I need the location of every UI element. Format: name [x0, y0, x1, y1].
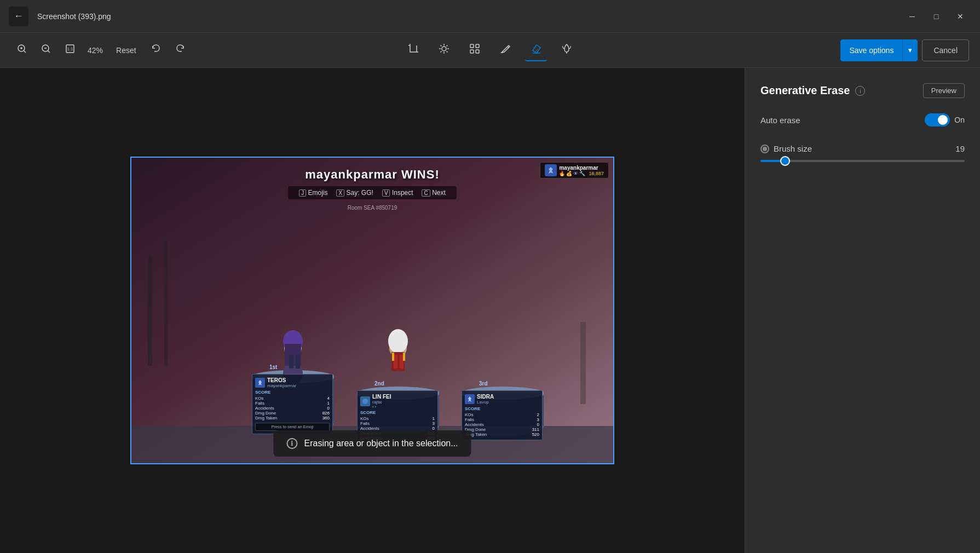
titlebar: ← Screenshot (393).png ─ □ ✕: [0, 0, 980, 33]
svg-rect-56: [403, 353, 405, 361]
brush-label-container: Brush size: [760, 144, 812, 153]
info-icon: ℹ: [286, 438, 297, 449]
canvas-area[interactable]: mayankparmar WINS! mayankparmar 🔥💰👁🔧 16,…: [0, 68, 745, 553]
svg-rect-48: [289, 355, 293, 368]
brightness-tool-button[interactable]: [433, 39, 455, 61]
player-name-bar: mayankparmar 🔥💰👁🔧 16,887: [559, 165, 604, 176]
auto-erase-toggle[interactable]: [925, 113, 950, 126]
player-avatar: [545, 164, 557, 176]
zoom-out-icon: [41, 43, 51, 57]
panel-header: Generative Erase i Preview: [760, 83, 965, 98]
svg-rect-55: [392, 353, 394, 361]
effects-icon: [561, 43, 573, 57]
rank-3rd: 3rd: [479, 381, 488, 387]
svg-rect-18: [470, 44, 474, 48]
zoom-in-icon: [16, 43, 27, 57]
controls-bar: J Emojis X Say: GG! V Inspect C Next: [288, 186, 457, 199]
erase-tool-button[interactable]: [525, 39, 547, 61]
svg-rect-31: [580, 322, 586, 404]
svg-point-9: [442, 47, 446, 51]
panel-title: Generative Erase: [760, 84, 850, 97]
toggle-knob: [938, 115, 948, 125]
svg-point-57: [362, 399, 368, 404]
svg-line-22: [508, 47, 509, 48]
svg-rect-54: [400, 355, 403, 368]
svg-line-3: [24, 51, 26, 53]
maximize-button[interactable]: □: [925, 5, 947, 27]
svg-point-51: [388, 329, 408, 353]
brush-header: Brush size 19: [760, 144, 965, 153]
brightness-icon: [438, 43, 450, 57]
player-1-stats: TEROS mayankparmar SCORE KOs4 Falls1 Acc…: [252, 374, 333, 434]
toast-text: Erasing area or object in the selection.…: [304, 439, 458, 448]
draw-icon: [499, 43, 511, 57]
zoom-value: 42%: [83, 46, 107, 55]
redo-icon: [175, 43, 186, 57]
back-button[interactable]: ←: [9, 7, 28, 26]
player-info-bar: mayankparmar 🔥💰👁🔧 16,887: [540, 162, 609, 178]
svg-line-17: [441, 51, 442, 53]
slider-track: [760, 160, 965, 162]
brush-radio[interactable]: [760, 145, 769, 153]
svg-rect-20: [470, 50, 474, 53]
filter-tool-button[interactable]: [464, 39, 486, 61]
close-icon: ✕: [957, 12, 964, 21]
zoom-out-button[interactable]: [35, 39, 57, 61]
auto-erase-toggle-container: On: [925, 113, 965, 126]
svg-rect-53: [394, 355, 397, 368]
info-button[interactable]: i: [855, 86, 865, 96]
image-container: mayankparmar WINS! mayankparmar 🔥💰👁🔧 16,…: [130, 157, 614, 464]
back-icon: ←: [14, 10, 24, 22]
filter-icon: [469, 43, 481, 57]
app-title: Screenshot (393).png: [37, 12, 111, 21]
zoom-fit-button[interactable]: 1:1: [59, 39, 81, 61]
brush-radio-inner: [763, 147, 767, 151]
auto-erase-state: On: [954, 116, 965, 124]
toolbar: 1:1 42% Reset: [0, 33, 980, 68]
auto-erase-label: Auto erase: [760, 116, 800, 125]
svg-rect-30: [164, 240, 168, 366]
crop-tool-button[interactable]: [402, 39, 424, 61]
toast-message: ℹ Erasing area or object in the selectio…: [273, 430, 471, 457]
brush-slider-container[interactable]: [760, 160, 965, 162]
rank-2nd: 2nd: [374, 381, 384, 387]
room-text: Room SEA #850719: [348, 205, 397, 211]
redo-button[interactable]: [169, 39, 191, 61]
close-button[interactable]: ✕: [949, 5, 971, 27]
svg-text:1:1: 1:1: [67, 47, 73, 51]
cancel-button[interactable]: Cancel: [922, 39, 969, 61]
brush-label: Brush size: [774, 144, 812, 153]
right-panel: Generative Erase i Preview Auto erase On: [745, 68, 980, 553]
draw-tool-button[interactable]: [494, 39, 516, 61]
svg-line-16: [447, 45, 448, 47]
game-screenshot: mayankparmar WINS! mayankparmar 🔥💰👁🔧 16,…: [131, 158, 613, 463]
svg-rect-29: [148, 256, 152, 366]
brush-section: Brush size 19: [760, 144, 965, 162]
toolbar-left: 1:1 42% Reset: [11, 39, 191, 61]
chevron-down-icon: ▾: [908, 46, 912, 54]
svg-rect-19: [476, 44, 479, 48]
svg-line-14: [441, 45, 442, 47]
minimize-icon: ─: [909, 12, 915, 21]
slider-thumb[interactable]: [780, 156, 790, 166]
save-options-button[interactable]: Save options: [840, 39, 902, 61]
erase-icon: [530, 42, 542, 57]
brush-value: 19: [955, 144, 965, 153]
svg-rect-49: [296, 355, 300, 368]
svg-line-15: [447, 51, 448, 53]
undo-button[interactable]: [145, 39, 167, 61]
svg-line-6: [48, 51, 50, 53]
auto-erase-row: Auto erase On: [760, 113, 965, 126]
preview-button[interactable]: Preview: [923, 83, 965, 98]
reset-button[interactable]: Reset: [109, 43, 143, 58]
rank-1st: 1st: [269, 364, 277, 370]
minimize-button[interactable]: ─: [901, 5, 923, 27]
save-options-dropdown-button[interactable]: ▾: [902, 39, 918, 61]
game-win-text: mayankparmar WINS!: [305, 168, 439, 182]
player-3-stats: SIDRA Lavop SCORE KOs2 Falls3 Accidents0…: [462, 390, 543, 440]
undo-icon: [151, 43, 162, 57]
effects-tool-button[interactable]: [556, 39, 578, 61]
zoom-fit-icon: 1:1: [65, 43, 76, 57]
toolbar-center: [402, 39, 578, 61]
zoom-in-button[interactable]: [11, 39, 33, 61]
